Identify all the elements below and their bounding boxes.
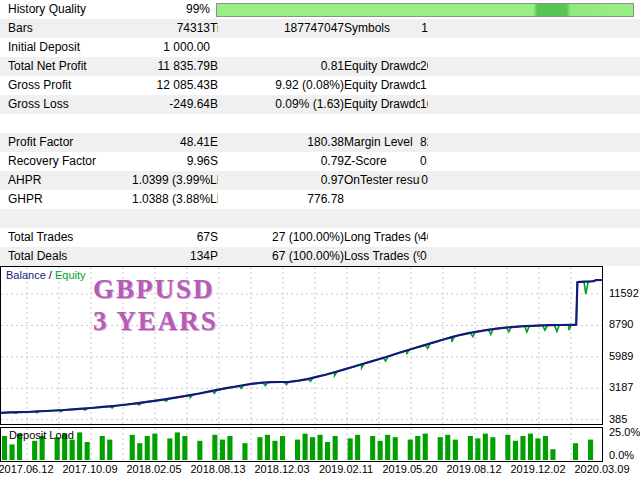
legend-balance-label: Balance — [6, 269, 46, 281]
stat-value: 9.96 — [132, 152, 210, 171]
deposit-load-bar — [573, 443, 578, 460]
deposit-load-bar — [588, 440, 593, 460]
deposit-load-bar — [85, 442, 90, 460]
stat-value: 0.00 (0.00%) — [420, 152, 428, 171]
deposit-load-bar — [130, 435, 135, 460]
stat-label — [210, 38, 218, 57]
deposit-load-bar — [415, 436, 420, 460]
chart-legend: Balance / Equity — [6, 269, 86, 281]
stat-value: 27 (100.00%) — [218, 228, 344, 247]
stat-label: Equity Drawdown M... — [344, 76, 420, 95]
stats-row: Recovery Factor9.96Sharpe Ratio0.79Z-Sco… — [0, 152, 640, 171]
stats-row: Initial Deposit1 000.00 — [0, 38, 640, 57]
x-tick-label: 2018.08.13 — [183, 463, 253, 475]
deposit-load-bar — [505, 435, 510, 460]
y-tick-label: 5989 — [609, 350, 633, 362]
stat-label: Expected Payoff — [210, 133, 218, 152]
deposit-load-bar — [550, 449, 555, 460]
stat-value: 16.29% (653.... — [420, 95, 428, 114]
stat-value: 0.81 — [218, 57, 344, 76]
stat-label — [344, 114, 420, 133]
deposit-load-bar — [77, 432, 82, 460]
stat-value: 67 (100.00%) — [218, 247, 344, 266]
stats-row: GHPR1.0388 (3.88%)LR Standard Error776.7… — [0, 190, 640, 209]
deposit-load-bar — [535, 438, 540, 460]
watermark-text: GBPUSD 3 YEARS — [93, 273, 218, 337]
stat-label: Long Trades (won %) — [344, 228, 420, 247]
deposit-load-bar — [152, 434, 157, 460]
stat-value — [218, 38, 344, 57]
stat-label: LR Standard Error — [210, 190, 218, 209]
y-tick-label: 385 — [609, 413, 627, 425]
watermark-period: 3 YEARS — [93, 305, 218, 337]
deposit-load-bar — [355, 435, 360, 460]
stat-label: History Quality — [8, 0, 132, 19]
y-tick-label: 3187 — [609, 381, 633, 393]
stat-value: 67 — [132, 228, 210, 247]
stat-value: 12 085.43 — [132, 76, 210, 95]
x-tick-label: 2017.06.12 — [0, 463, 61, 475]
stat-label — [8, 114, 132, 133]
legend-equity-label: Equity — [55, 269, 86, 281]
stat-value: 823.45% — [420, 133, 428, 152]
stat-label: Balance Drawdown ... — [210, 57, 218, 76]
stat-label: Equity Drawdown R... — [344, 95, 420, 114]
stat-value: 187747047 — [218, 19, 344, 38]
deposit-load-bar — [265, 435, 270, 460]
deposit-axis-min: 0.0% — [609, 449, 634, 461]
deposit-load-bar — [32, 441, 37, 460]
stat-label: Gross Loss — [8, 95, 132, 114]
stat-value: 99% — [132, 0, 210, 19]
deposit-load-bar — [107, 440, 112, 460]
stat-value: 0.79 — [218, 152, 344, 171]
stat-value: 48.41 — [132, 133, 210, 152]
stat-label — [210, 209, 218, 228]
stat-value: 11 835.79 — [132, 57, 210, 76]
x-tick-label: 2019.02.11 — [311, 463, 381, 475]
deposit-load-bar — [257, 437, 262, 460]
deposit-load-bar — [70, 440, 75, 460]
y-tick-label: 11592 — [609, 287, 639, 299]
deposit-load-bar — [378, 441, 383, 460]
deposit-load-bar — [137, 443, 142, 460]
x-tick-label: 2018.02.05 — [119, 463, 189, 475]
deposit-load-bar — [280, 436, 285, 460]
stat-value — [420, 38, 428, 57]
stat-label: Bars — [8, 19, 132, 38]
deposit-load-bar — [145, 436, 150, 460]
stats-row: Total Trades67Short Trades (won %)27 (10… — [0, 228, 640, 247]
stats-row: Bars74313Ticks187747047Symbols1 — [0, 19, 640, 38]
stat-label — [344, 190, 420, 209]
stat-label: Recovery Factor — [8, 152, 132, 171]
deposit-load-bar — [272, 441, 277, 460]
stat-label: Symbols — [344, 19, 420, 38]
deposit-load-bar — [528, 434, 533, 460]
stat-label: OnTester result — [344, 171, 420, 190]
deposit-load-bar — [100, 436, 105, 460]
deposit-load-bar — [182, 436, 187, 460]
stat-value — [218, 114, 344, 133]
x-axis-labels: 2017.06.122017.10.092018.02.052018.08.13… — [0, 463, 640, 480]
stat-value: 1.0388 (3.88%) — [132, 190, 210, 209]
deposit-load-bar — [475, 438, 480, 460]
stat-value: 134 — [132, 247, 210, 266]
stat-value — [132, 114, 210, 133]
deposit-load-bar — [318, 435, 323, 460]
deposit-load-bar — [295, 440, 300, 460]
stat-value — [218, 209, 344, 228]
deposit-load-bar — [348, 438, 353, 460]
stat-label: Sharpe Ratio — [210, 152, 218, 171]
x-tick-label: 2018.12.03 — [247, 463, 317, 475]
stats-row: Gross Loss-249.64Balance Drawdown ...0.0… — [0, 95, 640, 114]
deposit-load-bar — [370, 436, 375, 460]
deposit-load-bar — [543, 436, 548, 460]
deposit-load-bar — [227, 436, 232, 460]
x-tick-label: 2017.10.09 — [55, 463, 125, 475]
deposit-load-panel: Deposit Load — [0, 427, 603, 462]
stat-value: 0 — [420, 171, 428, 190]
stat-label: Margin Level — [344, 133, 420, 152]
stats-row: History Quality99% — [0, 0, 640, 19]
stat-value: 0.09% (1.63) — [218, 95, 344, 114]
deposit-load-bar — [483, 434, 488, 460]
stat-value: 180.38 — [218, 133, 344, 152]
